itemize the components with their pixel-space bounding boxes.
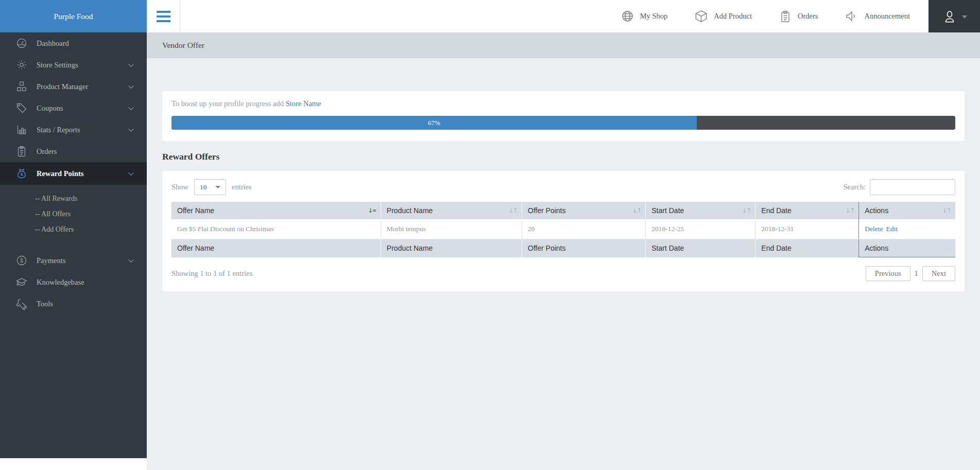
sidebar-item-knowledgebase[interactable]: Knowledgebase: [0, 271, 147, 293]
section-title: Reward Offers: [162, 151, 980, 162]
sidebar-item-product-manager[interactable]: Product Manager: [0, 76, 147, 97]
previous-page-button[interactable]: Previous: [866, 266, 910, 281]
chevron-down-icon: [127, 169, 135, 178]
cell-start-date: 2018-12-25: [646, 219, 755, 239]
search-input[interactable]: [870, 179, 955, 195]
submenu-item-add-offers[interactable]: -- Add Offers: [0, 222, 147, 237]
coupon-tag-icon: [15, 102, 28, 114]
footer-product-name: Product Name: [381, 239, 522, 257]
topnav-label: My Shop: [640, 12, 668, 21]
column-header-actions[interactable]: Actions ↓↑: [859, 202, 955, 219]
sidebar-item-label: Reward Points: [37, 169, 127, 178]
topnav: My Shop Add Product: [594, 0, 929, 32]
page-length-control: Show 10 entries: [171, 179, 252, 195]
cell-actions: DeleteEdit: [859, 219, 955, 239]
caret-down-icon: [962, 15, 967, 19]
sidebar-item-label: Product Manager: [37, 82, 127, 91]
sidebar-item-dashboard[interactable]: Dashboard: [0, 32, 147, 54]
next-page-button[interactable]: Next: [922, 266, 955, 281]
brand-name: Purple Food: [54, 12, 93, 21]
topnav-label: Add Product: [714, 12, 752, 21]
delete-link[interactable]: Delete: [865, 225, 883, 233]
sidebar-item-reward-points[interactable]: $ Reward Points: [0, 162, 147, 185]
sidebar-item-orders[interactable]: Orders: [0, 141, 147, 162]
profile-progress-card: To boost up your profile progress add St…: [162, 91, 965, 141]
sidebar-item-tools[interactable]: Tools: [0, 293, 147, 315]
edit-link[interactable]: Edit: [886, 225, 898, 233]
sort-both-icon: ↓↑: [508, 207, 518, 214]
sidebar-item-label: Orders: [37, 147, 135, 156]
sidebar: Dashboard Store Settings Product Manager: [0, 32, 147, 458]
sidebar-item-label: Stats / Reports: [37, 126, 127, 134]
caret-down-icon: [215, 186, 220, 188]
graduation-cap-icon: [15, 276, 28, 288]
gear-icon: [15, 59, 28, 71]
submenu-item-all-rewards[interactable]: -- All Rewards: [0, 191, 147, 206]
search-label: Search:: [844, 183, 866, 192]
entries-info: Showing 1 to 1 of 1 entries: [171, 269, 252, 278]
user-menu[interactable]: [929, 0, 980, 32]
chevron-down-icon: [127, 82, 135, 91]
cell-offer-points: 20: [522, 219, 645, 239]
column-header-offer-points[interactable]: Offer Points ↓↑: [522, 202, 645, 219]
sort-both-icon: ↓↑: [632, 207, 641, 214]
progress-message: To boost up your profile progress add St…: [171, 99, 955, 108]
cell-product-name: Morbi tempus: [381, 219, 522, 239]
page-length-select[interactable]: 10: [194, 179, 226, 195]
topnav-my-shop[interactable]: My Shop: [621, 9, 668, 23]
sidebar-item-label: Tools: [37, 300, 135, 308]
sidebar-item-store-settings[interactable]: Store Settings: [0, 54, 147, 76]
main-content: Vendor Offer To boost up your profile pr…: [147, 32, 980, 470]
column-header-start-date[interactable]: Start Date ↓↑: [646, 202, 755, 219]
menu-toggle-button[interactable]: [147, 0, 180, 32]
sidebar-item-label: Payments: [37, 256, 127, 265]
user-icon: [942, 9, 957, 24]
sidebar-item-coupons[interactable]: Coupons: [0, 97, 147, 119]
progress-message-text: To boost up your profile progress add: [171, 99, 284, 108]
current-page-number[interactable]: 1: [915, 269, 918, 278]
sidebar-item-payments[interactable]: $ Payments: [0, 250, 147, 271]
progress-fill: 67%: [171, 116, 697, 130]
sort-both-icon: ↓↑: [742, 207, 751, 214]
sort-descending-icon: ↓≡: [368, 207, 376, 214]
footer-offer-points: Offer Points: [522, 239, 645, 257]
sidebar-item-label: Knowledgebase: [37, 278, 135, 287]
show-label: Show: [171, 183, 188, 192]
chevron-down-icon: [127, 104, 135, 113]
topnav-add-product[interactable]: Add Product: [694, 9, 752, 23]
bar-chart-icon: [15, 124, 28, 136]
sidebar-item-stats-reports[interactable]: Stats / Reports: [0, 119, 147, 141]
hamburger-icon: [157, 8, 170, 25]
announcement-icon: [845, 9, 858, 23]
store-name-link[interactable]: Store Name: [286, 99, 321, 108]
sort-both-icon: ↓↑: [942, 207, 951, 214]
column-header-label: Offer Points: [528, 206, 566, 215]
column-header-offer-name[interactable]: Offer Name ↓≡: [171, 202, 381, 219]
footer-end-date: End Date: [755, 239, 859, 257]
footer-offer-name: Offer Name: [171, 239, 381, 257]
topnav-announcement[interactable]: Announcement: [845, 9, 910, 23]
chevron-down-icon: [127, 126, 135, 134]
table-controls: Show 10 entries Search:: [171, 179, 955, 195]
search-control: Search:: [844, 179, 955, 195]
cube-icon: [694, 9, 708, 23]
column-header-label: End Date: [761, 206, 791, 215]
brand[interactable]: Purple Food: [0, 0, 147, 32]
sort-both-icon: ↓↑: [845, 207, 854, 214]
chevron-down-icon: [127, 61, 135, 69]
page-length-value: 10: [200, 183, 207, 192]
cell-end-date: 2018-12-31: [755, 219, 859, 239]
sidebar-item-label: Coupons: [37, 104, 127, 113]
topnav-orders[interactable]: Orders: [779, 10, 818, 23]
submenu-item-all-offers[interactable]: -- All Offers: [0, 206, 147, 222]
breadcrumb: Vendor Offer: [147, 32, 980, 58]
reward-offers-table: Offer Name ↓≡ Product Name ↓↑ Offer Poin…: [171, 202, 955, 257]
topnav-label: Orders: [798, 12, 818, 21]
footer-start-date: Start Date: [646, 239, 755, 257]
page-title: Vendor Offer: [162, 41, 204, 50]
dollar-circle-icon: $: [15, 254, 28, 267]
table-footer-row: Offer Name Product Name Offer Points Sta…: [171, 239, 955, 257]
column-header-end-date[interactable]: End Date ↓↑: [755, 202, 859, 219]
column-header-label: Start Date: [651, 206, 684, 215]
column-header-product-name[interactable]: Product Name ↓↑: [381, 202, 522, 219]
